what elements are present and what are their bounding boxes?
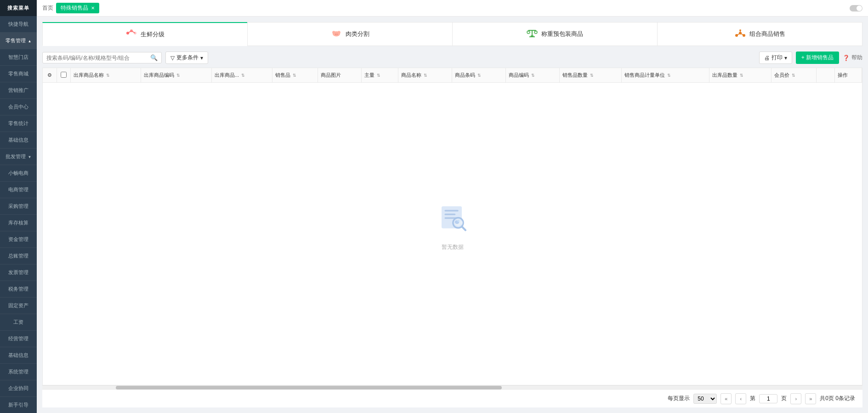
topbar: 首页 特殊销售品 ✕: [37, 0, 868, 17]
sort-icon: ⇅: [377, 73, 380, 78]
combo-icon: [735, 29, 746, 40]
sidebar-item-retail-mall[interactable]: 零售商城: [0, 66, 37, 82]
select-all-checkbox[interactable]: [61, 72, 67, 78]
th-sale-qty[interactable]: 销售品数量 ⇅: [559, 68, 621, 83]
th-out-code[interactable]: 出库商品编码 ⇅: [141, 68, 212, 83]
toolbar-left: 🔍 ▽ 更多条件 ▾: [42, 52, 208, 64]
sort-icon: ⇅: [792, 73, 795, 78]
th-out-name[interactable]: 出库商品名称 ⇅: [70, 68, 141, 83]
table-header: ⚙ 出库商品名称 ⇅ 出库商品编码 ⇅ 出库商品... ⇅: [43, 68, 862, 83]
empty-state: 暂无数据: [434, 202, 471, 251]
sidebar-item-tax-mgmt[interactable]: 税务管理: [0, 281, 37, 298]
sidebar-item-general-ledger[interactable]: 总账管理: [0, 248, 37, 264]
sort-icon: ⇅: [590, 73, 594, 78]
th-product-img[interactable]: 商品图片: [318, 68, 361, 83]
print-button[interactable]: 🖨 打印 ▾: [759, 52, 792, 64]
sort-icon: ⇅: [477, 73, 481, 78]
print-arrow-icon: ▾: [784, 55, 787, 61]
sidebar-item-sys-mgmt[interactable]: 系统管理: [0, 364, 37, 380]
sidebar-item-fixed-assets[interactable]: 固定资产: [0, 298, 37, 314]
breadcrumb-home[interactable]: 首页: [42, 4, 53, 12]
last-page-button[interactable]: »: [805, 393, 816, 404]
svg-rect-27: [444, 213, 455, 215]
sidebar-item-purchase-mgmt[interactable]: 采购管理: [0, 198, 37, 215]
sidebar-item-smart-store[interactable]: 智慧门店: [0, 49, 37, 66]
search-input[interactable]: [46, 55, 148, 61]
toggle-switch[interactable]: [850, 5, 862, 11]
svg-rect-11: [529, 36, 535, 37]
th-check[interactable]: [57, 68, 70, 83]
page-input[interactable]: [759, 394, 777, 403]
add-product-button[interactable]: + 新增销售品: [796, 52, 839, 64]
tab-combo-sale-label: 组合商品销售: [749, 30, 785, 38]
th-out-qty[interactable]: 出库品数量 ⇅: [709, 68, 771, 83]
empty-text: 暂无数据: [434, 243, 471, 251]
sidebar-item-marketing[interactable]: 营销推广: [0, 82, 37, 99]
th-product-code[interactable]: 商品编码 ⇅: [505, 68, 559, 83]
th-sale-unit[interactable]: 销售商品计量单位 ⇅: [622, 68, 709, 83]
sidebar-item-invoice-mgmt[interactable]: 发票管理: [0, 264, 37, 281]
total-info: 共0页 0条记录: [820, 395, 855, 402]
pagination-bar: 每页显示 50 10 20 100 « ‹ 第 页 › » 共0页 0条记录: [42, 389, 862, 407]
sidebar-item-wages[interactable]: 工资: [0, 314, 37, 331]
main-table: ⚙ 出库商品名称 ⇅ 出库商品编码 ⇅ 出库商品... ⇅: [43, 68, 862, 83]
th-sale-item[interactable]: 销售品 ⇅: [272, 68, 318, 83]
th-weight[interactable]: 主量 ⇅: [361, 68, 398, 83]
per-page-label: 每页显示: [668, 395, 690, 402]
sort-icon: ⇅: [424, 73, 427, 78]
content-area: 生鲜分级 肉类分割: [37, 17, 868, 413]
sidebar-item-inventory-check[interactable]: 库存核算: [0, 215, 37, 231]
filter-button[interactable]: ▽ 更多条件 ▾: [165, 52, 208, 64]
chevron-down-icon: ▼: [28, 155, 32, 159]
sidebar-item-member-center[interactable]: 会员中心: [0, 99, 37, 115]
first-page-button[interactable]: «: [720, 393, 732, 404]
th-spacer: [817, 68, 835, 83]
sidebar-item-enterprise-coop[interactable]: 企业协同: [0, 380, 37, 397]
search-wrap: 🔍: [42, 52, 162, 63]
tab-combo-sale[interactable]: 组合商品销售: [657, 22, 862, 46]
filter-icon: ▽: [170, 55, 175, 61]
help-button[interactable]: ❓ 帮助: [843, 54, 862, 62]
sidebar-item-fund-mgmt[interactable]: 资金管理: [0, 231, 37, 248]
close-icon[interactable]: ✕: [91, 6, 95, 11]
tab-fresh-grade[interactable]: 生鲜分级: [42, 22, 247, 46]
sort-icon: ⇅: [241, 73, 245, 78]
sidebar-item-quick-nav[interactable]: 快捷导航: [0, 16, 37, 33]
sidebar-item-new-guide[interactable]: 新手引导: [0, 397, 37, 413]
sidebar-item-basic-info[interactable]: 基础信息: [0, 132, 37, 149]
chevron-down-icon: ▲: [28, 39, 32, 43]
horizontal-scrollbar[interactable]: [42, 385, 862, 389]
tabs-row: 生鲜分级 肉类分割: [42, 22, 862, 46]
svg-point-33: [457, 220, 460, 222]
tab-meat-cut[interactable]: 肉类分割: [247, 22, 452, 46]
th-barcode[interactable]: 商品条码 ⇅: [452, 68, 505, 83]
scrollbar-thumb[interactable]: [116, 386, 502, 390]
help-icon: ❓: [843, 55, 850, 61]
page-suffix: 页: [781, 395, 787, 402]
sidebar-item-basic-info2[interactable]: 基础信息: [0, 347, 37, 364]
tab-weight-prepack[interactable]: 称重预包装商品: [452, 22, 657, 46]
sidebar-logo[interactable]: 搜索菜单: [0, 0, 37, 16]
breadcrumb-active-tab[interactable]: 特殊销售品 ✕: [56, 3, 99, 13]
tab-weight-prepack-label: 称重预包装商品: [541, 30, 583, 38]
sidebar-item-retail-stats[interactable]: 零售统计: [0, 115, 37, 132]
sidebar-item-wholesale-mgmt[interactable]: 批发管理 ▼: [0, 149, 37, 165]
prev-page-button[interactable]: ‹: [735, 393, 746, 404]
fresh-icon: [126, 29, 137, 40]
sidebar-item-mini-ecom[interactable]: 小畅电商: [0, 165, 37, 182]
sort-icon: ⇅: [293, 73, 296, 78]
sidebar-item-operations-mgmt[interactable]: 经营管理: [0, 331, 37, 347]
next-page-button[interactable]: ›: [790, 393, 801, 404]
tab-meat-cut-label: 肉类分割: [346, 30, 369, 38]
th-out-spec[interactable]: 出库商品... ⇅: [211, 68, 272, 83]
svg-point-8: [335, 34, 336, 34]
th-product-name[interactable]: 商品名称 ⇅: [398, 68, 452, 83]
th-gear[interactable]: ⚙: [43, 68, 57, 83]
th-member-price[interactable]: 会员价 ⇅: [771, 68, 817, 83]
per-page-select[interactable]: 50 10 20 100: [693, 394, 717, 404]
sidebar-item-ecom-mgmt[interactable]: 电商管理: [0, 182, 37, 198]
sidebar-item-retail-mgmt[interactable]: 零售管理 ▲: [0, 33, 37, 49]
sort-icon: ⇅: [176, 73, 180, 78]
search-icon[interactable]: 🔍: [150, 54, 158, 61]
main-content: 首页 特殊销售品 ✕: [37, 0, 868, 413]
